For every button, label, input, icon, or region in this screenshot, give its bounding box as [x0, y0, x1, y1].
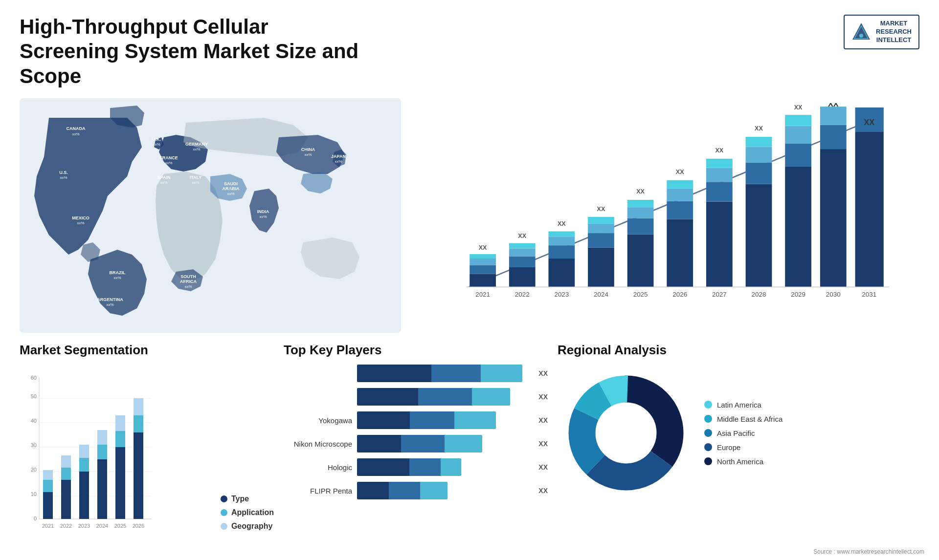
svg-text:xx%: xx% [106, 302, 113, 307]
logo-icon [851, 22, 871, 42]
player-bar [357, 458, 461, 476]
svg-text:2026: 2026 [133, 523, 144, 529]
player-bar [357, 365, 522, 382]
svg-text:30: 30 [31, 442, 37, 448]
svg-rect-50 [548, 237, 575, 245]
player-bar-container [357, 458, 531, 476]
svg-text:2031: 2031 [862, 291, 876, 298]
svg-text:xx%: xx% [227, 192, 234, 196]
svg-text:XX: XX [828, 103, 839, 105]
svg-rect-127 [97, 459, 107, 519]
svg-text:2025: 2025 [114, 523, 126, 529]
svg-rect-41 [470, 254, 496, 258]
svg-rect-45 [509, 249, 536, 257]
svg-rect-133 [134, 432, 143, 519]
svg-rect-58 [627, 235, 654, 287]
svg-rect-44 [509, 257, 536, 267]
player-bar-label: XX [538, 365, 548, 382]
svg-text:XX: XX [755, 126, 763, 132]
regional-section: Regional Analysis [558, 343, 919, 560]
svg-rect-71 [706, 159, 733, 168]
player-row: Hologic XX [284, 458, 548, 476]
svg-text:2022: 2022 [60, 523, 72, 529]
donut-chart [558, 365, 694, 501]
legend-application: Application [221, 508, 274, 517]
svg-text:xx%: xx% [160, 180, 167, 185]
player-name: Nikon Microscope [284, 440, 352, 448]
svg-rect-124 [79, 472, 89, 519]
svg-text:2024: 2024 [594, 291, 608, 298]
svg-text:ARGENTINA: ARGENTINA [97, 297, 123, 302]
svg-text:CANADA: CANADA [67, 126, 86, 131]
regional-dot-mea [704, 415, 712, 423]
bar-chart-section: XX XX XX XX [411, 98, 919, 333]
svg-rect-46 [509, 243, 536, 249]
player-bar-container [357, 435, 531, 452]
regional-legend: Latin America Middle East & Africa Asia … [704, 401, 782, 466]
svg-rect-122 [61, 468, 71, 480]
svg-rect-48 [548, 258, 575, 287]
svg-rect-131 [115, 431, 125, 447]
svg-rect-68 [706, 202, 733, 287]
svg-text:xx%: xx% [113, 276, 121, 280]
segmentation-content: 0 10 20 30 40 50 60 [20, 365, 274, 550]
svg-rect-123 [61, 455, 71, 468]
svg-text:50: 50 [31, 393, 37, 399]
svg-rect-63 [667, 219, 693, 287]
seg-legend: Type Application Geography [221, 495, 274, 550]
regional-legend-item-latin: Latin America [704, 401, 782, 409]
bottom-row: Market Segmentation 0 10 20 30 40 50 [20, 343, 919, 560]
svg-text:AFRICA: AFRICA [180, 279, 197, 284]
player-bar-label: XX [538, 388, 548, 406]
player-row: Yokogawa XX [284, 411, 548, 429]
logo-area: MARKET RESEARCH INTELLECT [844, 15, 919, 49]
svg-rect-61 [627, 200, 654, 207]
logo-text: MARKET RESEARCH INTELLECT [876, 20, 912, 44]
player-row: XX [284, 365, 548, 382]
player-row: FLIPR Penta XX [284, 482, 548, 499]
svg-rect-78 [785, 167, 811, 287]
source-text: Source : www.marketresearchintellect.com [813, 548, 924, 555]
svg-text:XX: XX [636, 189, 645, 195]
regional-legend-item-na: North America [704, 457, 782, 466]
svg-text:2027: 2027 [712, 291, 727, 298]
svg-rect-121 [61, 480, 71, 519]
svg-text:xx%: xx% [193, 147, 200, 151]
svg-rect-125 [79, 458, 89, 472]
svg-text:XX: XX [794, 104, 803, 111]
player-bar-container [357, 388, 531, 406]
svg-text:2028: 2028 [752, 291, 766, 298]
svg-rect-56 [588, 217, 614, 223]
svg-rect-80 [785, 126, 811, 144]
regional-title: Regional Analysis [558, 343, 919, 358]
seg-chart-svg: 0 10 20 30 40 50 60 [20, 372, 156, 548]
svg-rect-132 [115, 415, 125, 431]
svg-text:2021: 2021 [42, 523, 54, 529]
svg-rect-74 [746, 163, 772, 184]
players-bars: XX XX Yokogawa [284, 365, 548, 499]
player-bar [357, 435, 482, 452]
svg-rect-126 [79, 445, 89, 458]
svg-text:xx%: xx% [192, 180, 199, 185]
top-row: CANADA xx% U.S. xx% MEXICO xx% BRAZIL xx… [20, 98, 919, 333]
svg-rect-129 [97, 430, 107, 445]
player-name: Yokogawa [284, 416, 352, 425]
svg-text:XX: XX [864, 118, 874, 127]
regional-legend-item-europe: Europe [704, 443, 782, 452]
svg-rect-76 [746, 137, 772, 147]
svg-text:MEXICO: MEXICO [72, 215, 89, 220]
svg-point-147 [596, 403, 656, 463]
svg-text:xx%: xx% [72, 132, 79, 136]
svg-text:40: 40 [31, 418, 37, 424]
segmentation-section: Market Segmentation 0 10 20 30 40 50 [20, 343, 274, 560]
svg-text:XX: XX [676, 169, 684, 175]
player-bar-container [357, 365, 531, 382]
svg-text:XX: XX [597, 206, 605, 213]
svg-text:10: 10 [31, 491, 37, 497]
regional-dot-latin [704, 401, 712, 409]
svg-text:XX: XX [715, 147, 723, 154]
svg-point-2 [859, 34, 863, 38]
page-title: High-Throughput Cellular Screening Syste… [20, 15, 362, 88]
svg-text:XX: XX [518, 233, 526, 239]
legend-geography-dot [221, 523, 227, 530]
